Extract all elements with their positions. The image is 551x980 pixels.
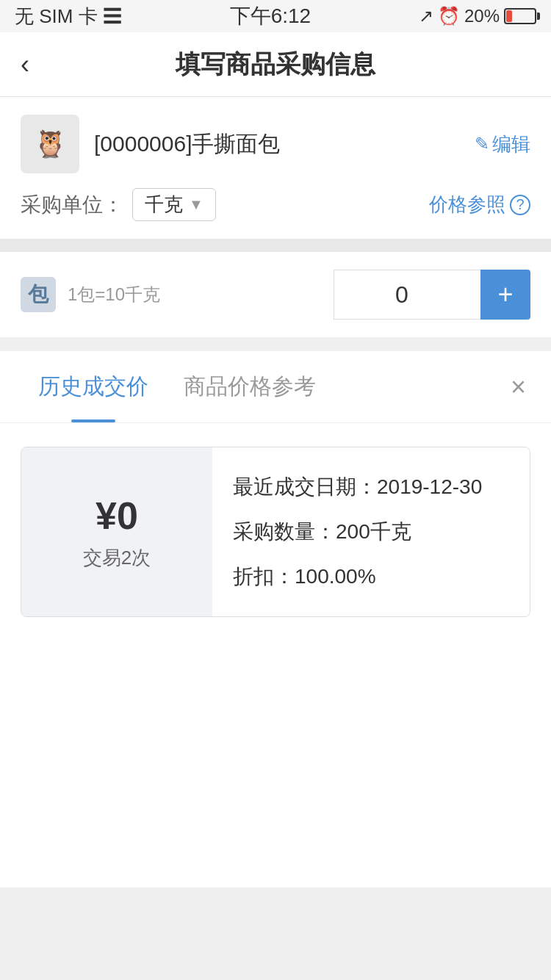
product-logo-icon: 🦉 (34, 129, 67, 159)
quantity-conversion: 1包=10千克 (68, 283, 160, 306)
product-logo: 🦉 (21, 115, 79, 173)
unit-label: 采购单位： (21, 191, 123, 219)
quantity-input-group: + (334, 270, 530, 320)
status-left: 无 SIM 卡 ☰ (15, 4, 122, 29)
quantity-unit-badge: 包 (21, 277, 56, 312)
purchase-quantity-value: 200千克 (336, 520, 411, 543)
nav-bar: ‹ 填写商品采购信息 (0, 32, 551, 97)
discount-label: 折扣： (233, 565, 295, 588)
alarm-icon: ⏰ (438, 6, 460, 26)
edit-button[interactable]: ✎ 编辑 (475, 131, 530, 157)
transaction-details: 最近成交日期：2019-12-30 采购数量：200千克 折扣：100.00% (212, 447, 530, 616)
status-time: 下午6:12 (230, 2, 311, 30)
product-unit-row: 采购单位： 千克 ▼ 价格参照 ? (21, 188, 530, 221)
product-left: 🦉 [0000006]手撕面包 (21, 115, 280, 173)
location-icon: ↗ (419, 6, 433, 26)
page-title: 填写商品采购信息 (176, 48, 375, 82)
status-bar: 无 SIM 卡 ☰ 下午6:12 ↗ ⏰ 20% (0, 0, 551, 32)
purchase-quantity-row: 采购数量：200千克 (233, 516, 509, 549)
transaction-card: ¥0 交易2次 最近成交日期：2019-12-30 采购数量：200千克 折扣：… (21, 447, 530, 617)
transaction-count: 交易2次 (83, 545, 151, 571)
tab-close-button[interactable]: × (503, 364, 533, 410)
recent-date-label: 最近成交日期： (233, 475, 377, 498)
unit-selector[interactable]: 千克 ▼ (132, 188, 216, 221)
battery-percent: 20% (464, 6, 500, 26)
unit-value: 千克 (145, 192, 183, 217)
quantity-unit-text: 包 (28, 281, 48, 309)
status-right: ↗ ⏰ 20% (419, 6, 536, 26)
back-button[interactable]: ‹ (21, 49, 29, 80)
price-ref-label: 价格参照 (429, 192, 505, 217)
product-section: 🦉 [0000006]手撕面包 ✎ 编辑 采购单位： 千克 ▼ 价格参照 ? (0, 97, 551, 239)
tab-history-label: 历史成交价 (38, 374, 148, 398)
discount-row: 折扣：100.00% (233, 561, 509, 594)
product-header: 🦉 [0000006]手撕面包 ✎ 编辑 (21, 115, 530, 173)
quantity-plus-button[interactable]: + (480, 270, 530, 320)
tabs-section: 历史成交价 商品价格参考 × ¥0 交易2次 最近成交日期：2019-12-30… (0, 351, 551, 887)
tab-product-label: 商品价格参考 (184, 374, 316, 398)
transaction-price: ¥0 (96, 494, 138, 538)
product-name: [0000006]手撕面包 (94, 129, 280, 159)
battery-icon (504, 8, 536, 24)
help-icon: ? (510, 195, 530, 215)
quantity-row: 包 1包=10千克 + (0, 252, 551, 338)
unit-dropdown-icon: ▼ (189, 196, 204, 213)
unit-group: 采购单位： 千克 ▼ (21, 188, 216, 221)
recent-date-value: 2019-12-30 (377, 475, 482, 498)
recent-date-row: 最近成交日期：2019-12-30 (233, 471, 509, 504)
tabs-header: 历史成交价 商品价格参考 × (0, 351, 551, 423)
transaction-summary: ¥0 交易2次 (21, 447, 212, 616)
quantity-left: 包 1包=10千克 (21, 277, 160, 312)
purchase-quantity-label: 采购数量： (233, 520, 336, 543)
price-reference-button[interactable]: 价格参照 ? (429, 192, 530, 217)
carrier-text: 无 SIM 卡 ☰ (15, 4, 122, 29)
tab-product-price[interactable]: 商品价格参考 (166, 351, 334, 422)
edit-icon: ✎ (475, 134, 489, 154)
section-divider (0, 239, 551, 252)
quantity-input[interactable] (334, 270, 480, 320)
discount-value: 100.00% (295, 565, 376, 588)
edit-label: 编辑 (492, 131, 530, 157)
currency-symbol: ¥ (96, 494, 117, 537)
tab-history-price[interactable]: 历史成交价 (21, 351, 166, 422)
price-value: 0 (117, 494, 138, 537)
tab-content: ¥0 交易2次 最近成交日期：2019-12-30 采购数量：200千克 折扣：… (0, 447, 551, 887)
